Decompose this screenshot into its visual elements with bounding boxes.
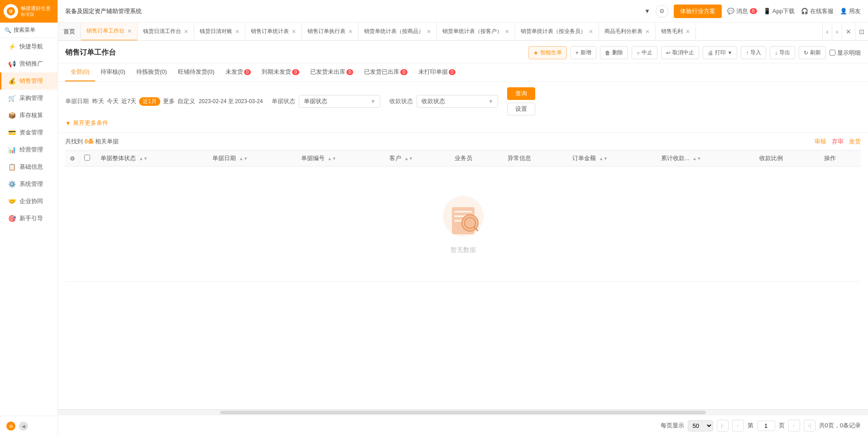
tabs-next-icon[interactable]: › bbox=[832, 23, 842, 41]
sub-tab-4[interactable]: 未发货0 bbox=[220, 63, 257, 81]
sort-collected-icon[interactable]: ▲▼ bbox=[692, 157, 701, 160]
col-settings[interactable]: ⚙ bbox=[65, 151, 80, 166]
online-service-item[interactable]: 🎧 在线客服 bbox=[801, 7, 834, 15]
close-tab-sales-workbench[interactable]: ✕ bbox=[127, 28, 132, 34]
tab-sales-by-product[interactable]: 销货单统计表（按商品） ✕ bbox=[359, 23, 437, 41]
sub-tab-3[interactable]: 旺铺待发货(0) bbox=[173, 63, 220, 81]
close-tab-by-product[interactable]: ✕ bbox=[427, 29, 431, 34]
date-today[interactable]: 今天 bbox=[107, 97, 119, 106]
sort-number-icon[interactable]: ▲▼ bbox=[327, 157, 336, 160]
cancel-review-action[interactable]: 弃审 bbox=[832, 137, 844, 146]
sort-status-icon[interactable]: ▲▼ bbox=[139, 157, 148, 160]
prev-page-button[interactable]: ‹ bbox=[732, 420, 744, 431]
close-tab-by-staff[interactable]: ✕ bbox=[589, 29, 593, 34]
sidebar-item-basics[interactable]: 📋 基础信息 bbox=[0, 158, 58, 175]
add-button[interactable]: + 新增 bbox=[571, 46, 596, 59]
date-custom[interactable]: 自定义 bbox=[177, 97, 195, 106]
stop-button[interactable]: ○ 中止 bbox=[632, 46, 657, 59]
tab-cash-daily[interactable]: 钱货日清工作台 ✕ bbox=[138, 23, 194, 41]
sidebar-item-guide[interactable]: 🎯 新手引导 bbox=[0, 210, 58, 227]
tab-sales-exec[interactable]: 销售订单执行表 ✕ bbox=[302, 23, 359, 41]
show-detail-checkbox[interactable] bbox=[830, 50, 835, 56]
sub-tab-2[interactable]: 待拣验货(0) bbox=[131, 63, 173, 81]
sidebar-item-purchase[interactable]: 🛒 采购管理 bbox=[0, 90, 58, 107]
review-action[interactable]: 审核 bbox=[815, 137, 826, 146]
collapse-icon[interactable]: ◀ bbox=[19, 422, 28, 431]
smart-order-button[interactable]: ★ 智能生单 bbox=[528, 46, 567, 59]
app-download-item[interactable]: 📱 App下载 bbox=[763, 7, 795, 15]
select-all-checkbox[interactable] bbox=[84, 155, 90, 161]
horizontal-scroll[interactable] bbox=[58, 409, 868, 415]
sidebar-item-marketing[interactable]: 📢 营销推广 bbox=[0, 55, 58, 72]
sub-tab-5[interactable]: 到期未发货0 bbox=[256, 63, 305, 81]
sub-tab-1[interactable]: 待审核(0) bbox=[95, 63, 131, 81]
sort-date-icon[interactable]: ▲▼ bbox=[239, 157, 248, 160]
topbar-settings-icon[interactable]: ⚙ bbox=[656, 5, 668, 18]
sub-tab-8[interactable]: 未打印单据0 bbox=[413, 63, 461, 81]
tab-sales-profit[interactable]: 销售毛利 ✕ bbox=[656, 23, 696, 41]
sidebar-item-finance[interactable]: 💳 资金管理 bbox=[0, 124, 58, 141]
tab-cash-reconcile[interactable]: 钱货日清对账 ✕ bbox=[194, 23, 245, 41]
close-tab-margin[interactable]: ✕ bbox=[645, 29, 650, 34]
tab-sales-stats[interactable]: 销售订单统计表 ✕ bbox=[245, 23, 302, 41]
solution-button[interactable]: 体验行业方案 bbox=[674, 5, 722, 18]
sort-amount-icon[interactable]: ▲▼ bbox=[599, 157, 608, 160]
date-7days[interactable]: 近7天 bbox=[121, 97, 136, 106]
close-tab-cash-daily[interactable]: ✕ bbox=[184, 29, 188, 34]
sub-tab-6[interactable]: 已发货未出库0 bbox=[305, 63, 359, 81]
tab-sales-by-staff[interactable]: 销货单统计表（按业务员） ✕ bbox=[515, 23, 599, 41]
import-icon: ↑ bbox=[746, 50, 748, 56]
date-yesterday[interactable]: 昨天 bbox=[92, 97, 104, 106]
refresh-button[interactable]: ↻ 刷新 bbox=[799, 46, 826, 59]
tab-sales-by-customer[interactable]: 销货单统计表（按客户） ✕ bbox=[437, 23, 515, 41]
scroll-thumb[interactable] bbox=[220, 411, 706, 414]
first-page-button[interactable]: |‹ bbox=[717, 420, 729, 431]
status-select[interactable]: 单据状态 ▼ bbox=[299, 95, 380, 108]
tabs-close-all-icon[interactable]: ✕ bbox=[842, 23, 855, 41]
logo-icon bbox=[4, 4, 18, 19]
close-tab-sales-stats[interactable]: ✕ bbox=[292, 29, 296, 34]
payment-select[interactable]: 收款状态 ▼ bbox=[417, 95, 498, 108]
table-scroll[interactable]: ⚙ 单据整体状态 ▲▼ 单据日期 ▲▼ 单据编号 bbox=[65, 150, 861, 409]
date-more[interactable]: 更多 bbox=[163, 97, 175, 106]
sidebar-item-search[interactable]: 🔍 搜索菜单 bbox=[0, 23, 58, 38]
user-item[interactable]: 👤 用友 bbox=[840, 7, 861, 15]
close-tab-by-customer[interactable]: ✕ bbox=[505, 29, 509, 34]
sidebar-item-operations[interactable]: 📊 经营管理 bbox=[0, 141, 58, 158]
close-tab-sales-exec[interactable]: ✕ bbox=[348, 29, 353, 34]
system-dropdown[interactable]: ▼ bbox=[644, 8, 650, 14]
sidebar-item-sales[interactable]: 💰 销售管理 bbox=[0, 72, 58, 90]
show-detail-label[interactable]: 显示明细 bbox=[830, 49, 861, 57]
page-input[interactable] bbox=[757, 421, 775, 431]
sidebar-item-quick-nav[interactable]: ⚡ 快捷导航 bbox=[0, 38, 58, 55]
page-size-select[interactable]: 20 50 100 bbox=[688, 420, 713, 431]
tabs-expand-icon[interactable]: ⊡ bbox=[855, 23, 868, 41]
close-tab-profit[interactable]: ✕ bbox=[686, 29, 690, 34]
last-page-button[interactable]: ›| bbox=[804, 420, 815, 431]
set-button[interactable]: 设置 bbox=[507, 103, 535, 115]
sidebar-item-inventory[interactable]: 📦 库存核算 bbox=[0, 107, 58, 124]
tabs-prev-icon[interactable]: ‹ bbox=[822, 23, 832, 41]
query-button[interactable]: 查询 bbox=[507, 87, 535, 100]
message-item[interactable]: 💬 消息 6 bbox=[727, 7, 757, 15]
next-page-button[interactable]: › bbox=[788, 420, 800, 431]
col-checkbox[interactable] bbox=[80, 151, 96, 166]
sub-tab-7[interactable]: 已发货已出库0 bbox=[359, 63, 413, 81]
expand-conditions-button[interactable]: ▼ 展开更多条件 bbox=[65, 119, 861, 127]
delete-button[interactable]: 🗑 删除 bbox=[600, 46, 628, 59]
date-1month[interactable]: 近1月 bbox=[139, 97, 160, 106]
sort-customer-icon[interactable]: ▲▼ bbox=[404, 157, 413, 160]
cancel-stop-button[interactable]: ↩ 取消中止 bbox=[661, 46, 699, 59]
close-tab-cash-reconcile[interactable]: ✕ bbox=[235, 29, 240, 34]
tab-home[interactable]: 首页 bbox=[58, 23, 81, 41]
export-button[interactable]: ↓ 导出 bbox=[770, 46, 795, 59]
sub-tab-0[interactable]: 全部(0) bbox=[65, 63, 95, 81]
import-button[interactable]: ↑ 导入 bbox=[741, 46, 766, 59]
settings-bottom-icon[interactable]: ⚙ bbox=[6, 422, 15, 431]
sidebar-item-system[interactable]: ⚙️ 系统管理 bbox=[0, 175, 58, 193]
tab-sales-workbench[interactable]: 销售订单工作台 ✕ bbox=[81, 23, 138, 41]
tab-product-margin[interactable]: 商品毛利分析表 ✕ bbox=[599, 23, 656, 41]
sidebar-item-cooperation[interactable]: 🤝 企业协同 bbox=[0, 193, 58, 210]
print-button[interactable]: 🖨 打印 ▼ bbox=[703, 46, 737, 59]
ship-action[interactable]: 发货 bbox=[849, 137, 861, 146]
